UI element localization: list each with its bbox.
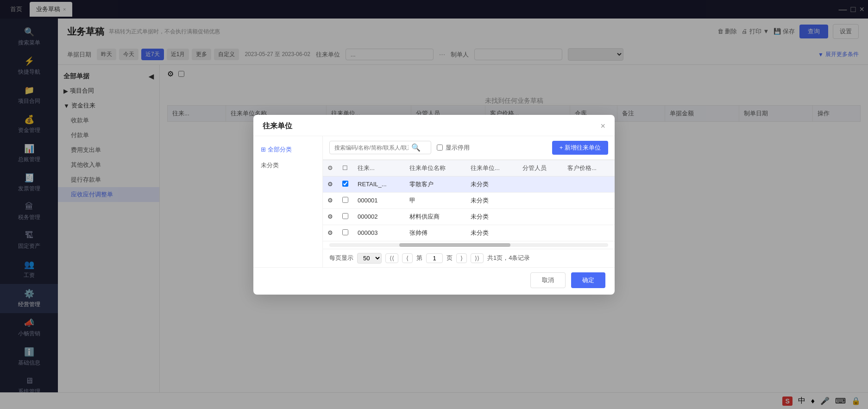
row-settings[interactable]: ⚙: [323, 176, 338, 192]
row-price: [563, 176, 615, 192]
per-page-select[interactable]: 50: [357, 253, 382, 264]
row-price: [563, 225, 615, 241]
row-name: 材料供应商: [405, 208, 466, 225]
dialog-left-panel: ⊞ 全部分类 未分类: [253, 136, 323, 267]
row-code: 000001: [353, 192, 405, 208]
dialog-left-unclassified[interactable]: 未分类: [253, 157, 322, 173]
last-page-button[interactable]: ⟩⟩: [471, 253, 484, 263]
col-party-code: 往来...: [353, 160, 405, 176]
search-icon: 🔍: [411, 143, 421, 152]
row-manager: [518, 176, 563, 192]
total-records: 共1页，4条记录: [487, 254, 530, 262]
search-input[interactable]: [334, 145, 409, 151]
row-category: 未分类: [466, 176, 518, 192]
row-price: [563, 192, 615, 208]
dialog-header: 往来单位 ×: [253, 115, 615, 136]
first-page-button[interactable]: ⟨⟨: [385, 253, 398, 263]
row-category: 未分类: [466, 208, 518, 225]
grid-icon: ⊞: [261, 146, 268, 153]
cancel-button[interactable]: 取消: [530, 272, 566, 288]
scrollbar-thumb: [399, 243, 511, 247]
row-name: 甲: [405, 192, 466, 208]
row-manager: [518, 192, 563, 208]
party-dialog: 往来单位 × ⊞ 全部分类 未分类 🔍: [253, 115, 615, 295]
dialog-actions: 取消 确定: [253, 267, 615, 295]
pagination: 每页显示 50 ⟨⟨ ⟨ 第 页 ⟩ ⟩⟩ 共1页，4条记录: [323, 249, 615, 267]
col-party-price: 客户价格...: [563, 160, 615, 176]
modal-overlay: 往来单位 × ⊞ 全部分类 未分类 🔍: [0, 0, 868, 409]
next-page-button[interactable]: ⟩: [456, 253, 467, 263]
col-check: ☐: [338, 160, 353, 176]
row-manager: [518, 208, 563, 225]
dialog-left-all-category[interactable]: ⊞ 全部分类: [253, 142, 322, 157]
page-input[interactable]: [426, 253, 443, 263]
row-checkbox[interactable]: [338, 192, 353, 208]
row-checkbox[interactable]: [338, 176, 353, 192]
row-manager: [518, 225, 563, 241]
add-party-button[interactable]: + 新增往来单位: [552, 141, 608, 155]
party-table: ⚙ ☐ 往来... 往来单位名称 往来单位... 分管人员 客户价格... ⚙: [323, 160, 615, 241]
col-party-name: 往来单位名称: [405, 160, 466, 176]
search-box: 🔍: [329, 141, 431, 154]
dialog-table: ⚙ ☐ 往来... 往来单位名称 往来单位... 分管人员 客户价格... ⚙: [323, 160, 615, 241]
row-price: [563, 208, 615, 225]
table-row[interactable]: ⚙ RETAIL_... 零散客户 未分类: [323, 176, 615, 192]
table-row[interactable]: ⚙ 000001 甲 未分类: [323, 192, 615, 208]
dialog-toolbar: 🔍 显示停用 + 新增往来单位: [323, 136, 615, 160]
row-settings[interactable]: ⚙: [323, 225, 338, 241]
dialog-right-panel: 🔍 显示停用 + 新增往来单位 ⚙ ☐ 往来...: [323, 136, 615, 267]
show-disabled-checkbox[interactable]: [437, 145, 443, 151]
table-row[interactable]: ⚙ 000003 张帅傅 未分类: [323, 225, 615, 241]
row-category: 未分类: [466, 225, 518, 241]
show-disabled-toggle: 显示停用: [437, 144, 470, 152]
col-party-category: 往来单位...: [466, 160, 518, 176]
row-settings[interactable]: ⚙: [323, 192, 338, 208]
row-code: 000002: [353, 208, 405, 225]
dialog-body: ⊞ 全部分类 未分类 🔍 显示停用: [253, 136, 615, 267]
prev-page-button[interactable]: ⟨: [402, 253, 413, 263]
row-category: 未分类: [466, 192, 518, 208]
col-party-manager: 分管人员: [518, 160, 563, 176]
horizontal-scrollbar[interactable]: [329, 243, 608, 247]
row-checkbox[interactable]: [338, 208, 353, 225]
show-disabled-label: 显示停用: [446, 144, 470, 152]
table-row[interactable]: ⚙ 000002 材料供应商 未分类: [323, 208, 615, 225]
row-name: 张帅傅: [405, 225, 466, 241]
confirm-button[interactable]: 确定: [571, 272, 605, 288]
per-page-label: 每页显示: [329, 254, 353, 262]
col-settings: ⚙: [323, 160, 338, 176]
row-settings[interactable]: ⚙: [323, 208, 338, 225]
dialog-close-button[interactable]: ×: [600, 122, 605, 130]
row-checkbox[interactable]: [338, 225, 353, 241]
row-code: 000003: [353, 225, 405, 241]
row-name: 零散客户: [405, 176, 466, 192]
dialog-title: 往来单位: [263, 121, 292, 131]
page-label: 第: [416, 254, 422, 262]
page-suffix: 页: [447, 254, 453, 262]
row-code: RETAIL_...: [353, 176, 405, 192]
